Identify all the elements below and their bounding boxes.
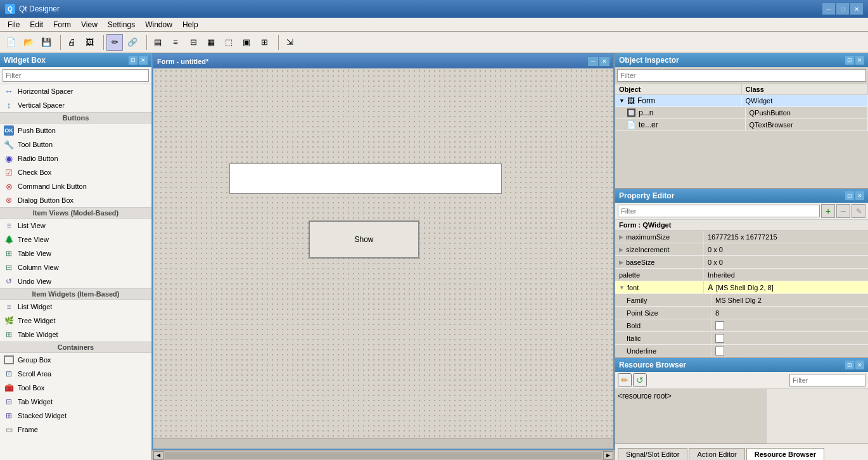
toolbar-print[interactable]: 🖨	[63, 34, 80, 51]
bold-checkbox[interactable]	[715, 321, 724, 330]
toolbar-layout-vsplit[interactable]: ▣	[238, 34, 255, 51]
widget-item-table-widget[interactable]: ⊞ Table Widget	[0, 328, 151, 342]
section-buttons[interactable]: Buttons	[0, 112, 151, 124]
pe-row-pointsize[interactable]: Point Size 8	[615, 307, 868, 319]
hscroll-left-button[interactable]: ◀	[153, 451, 163, 460]
oi-row-pushbutton[interactable]: 🔲 p...n QPushButton	[615, 107, 868, 119]
form-minimize-button[interactable]: ─	[588, 57, 598, 66]
canvas-push-button[interactable]: Show	[309, 220, 419, 259]
toolbar-adjust-size[interactable]: ⇲	[281, 34, 298, 51]
menu-help[interactable]: Help	[177, 19, 203, 30]
pe-filter-input[interactable]	[618, 205, 820, 217]
toolbar-open[interactable]: 📂	[20, 34, 37, 51]
toolbar-new[interactable]: 📄	[3, 34, 19, 51]
widget-item-scroll-area[interactable]: ⊡ Scroll Area	[0, 367, 151, 381]
underline-checkbox[interactable]	[715, 347, 724, 355]
pe-row-underline[interactable]: Underline	[615, 345, 868, 357]
oi-row-textbrowser[interactable]: 📄 te...er QTextBrowser	[615, 119, 868, 131]
widget-item-list-view[interactable]: ≡ List View	[0, 219, 151, 233]
toolbar-layout-form[interactable]: ⊟	[185, 34, 201, 51]
oi-close-button[interactable]: ✕	[855, 56, 864, 65]
maximize-button[interactable]: □	[836, 3, 849, 15]
toolbar-edit-signals[interactable]: 🔗	[124, 34, 141, 51]
widget-item-frame[interactable]: ▭ Frame	[0, 423, 151, 437]
form-canvas[interactable]: Show	[153, 68, 613, 438]
widget-item-radio-button[interactable]: ◉ Radio Button	[0, 151, 151, 165]
rb-toolbar: ✏ ↺	[615, 372, 868, 389]
oi-row-form[interactable]: ▼ 🖼 Form QWidget	[615, 95, 868, 107]
tab-resource-browser[interactable]: Resource Browser	[746, 448, 824, 460]
oi-filter-input[interactable]	[617, 69, 866, 82]
toolbar-save[interactable]: 💾	[38, 34, 54, 51]
rb-filter-input[interactable]	[789, 374, 865, 387]
widget-item-label: Table View	[18, 250, 51, 257]
pe-close-button[interactable]: ✕	[855, 191, 864, 200]
rb-float-button[interactable]: ⊡	[845, 361, 854, 369]
menu-settings[interactable]: Settings	[103, 19, 140, 30]
widget-item-push-button[interactable]: OK Push Button	[0, 124, 151, 137]
widget-item-list-widget[interactable]: ≡ List Widget	[0, 300, 151, 314]
close-button[interactable]: ✕	[850, 3, 863, 15]
widget-item-tool-button[interactable]: 🔧 Tool Button	[0, 137, 151, 151]
toolbar-layout-grid[interactable]: ▦	[203, 34, 219, 51]
canvas-textbrowser[interactable]	[229, 163, 502, 194]
toolbar-preview[interactable]: 🖼	[81, 34, 98, 51]
widget-item-undo-view[interactable]: ↺ Undo View	[0, 274, 151, 288]
widget-item-check-box[interactable]: ☑ Check Box	[0, 165, 151, 179]
widget-item-tree-widget[interactable]: 🌿 Tree Widget	[0, 314, 151, 328]
widget-item-vertical-spacer[interactable]: ↕ Vertical Spacer	[0, 98, 151, 112]
pe-row-sizeincrement[interactable]: ▶ sizeIncrement 0 x 0	[615, 243, 868, 256]
section-item-widgets[interactable]: Item Widgets (Item-Based)	[0, 288, 151, 300]
rb-edit-button[interactable]: ✏	[618, 373, 632, 387]
pe-row-maximumsize[interactable]: ▶ maximumSize 16777215 x 16777215	[615, 231, 868, 243]
widget-item-stacked-widget[interactable]: ⊞ Stacked Widget	[0, 409, 151, 423]
widget-box-close[interactable]: ✕	[139, 56, 148, 65]
pe-float-button[interactable]: ⊡	[845, 191, 854, 200]
property-editor: Property Editor ⊡ ✕ + ─ ✎ Form : QWidget…	[615, 189, 868, 358]
hscroll-right-button[interactable]: ▶	[603, 451, 613, 460]
rb-refresh-button[interactable]: ↺	[633, 373, 647, 387]
widget-item-horizontal-spacer[interactable]: ↔ Horizontal Spacer	[0, 84, 151, 98]
toolbar-edit-widget[interactable]: ✏	[106, 34, 123, 51]
widget-item-dialog-button-box[interactable]: ⊗ Dialog Button Box	[0, 193, 151, 207]
menu-edit[interactable]: Edit	[25, 19, 48, 30]
widget-item-command-link-button[interactable]: ⊗ Command Link Button	[0, 179, 151, 193]
pe-row-basesize[interactable]: ▶ baseSize 0 x 0	[615, 256, 868, 269]
toolbar-layout-v[interactable]: ≡	[167, 34, 184, 51]
pe-row-family[interactable]: Family MS Shell Dlg 2	[615, 294, 868, 307]
rb-close-button[interactable]: ✕	[855, 361, 864, 369]
widget-item-tree-view[interactable]: 🌲 Tree View	[0, 233, 151, 246]
pe-configure-button[interactable]: ✎	[852, 204, 865, 218]
menu-form[interactable]: Form	[48, 19, 76, 30]
section-containers[interactable]: Containers	[0, 342, 151, 353]
toolbar-layout-h[interactable]: ▤	[150, 34, 166, 51]
oi-float-button[interactable]: ⊡	[845, 56, 854, 65]
widget-item-tool-box[interactable]: 🧰 Tool Box	[0, 381, 151, 395]
pe-row-font[interactable]: ▼ font A [MS Shell Dlg 2, 8]	[615, 281, 868, 294]
minimize-button[interactable]: ─	[822, 3, 835, 15]
pe-row-bold[interactable]: Bold	[615, 319, 868, 332]
italic-checkbox[interactable]	[715, 334, 724, 343]
toolbar-break-layout[interactable]: ⊞	[256, 34, 272, 51]
section-item-views[interactable]: Item Views (Model-Based)	[0, 207, 151, 219]
menu-file[interactable]: File	[3, 19, 25, 30]
widget-item-tab-widget[interactable]: ⊟ Tab Widget	[0, 395, 151, 409]
menu-view[interactable]: View	[76, 19, 103, 30]
tab-action-editor[interactable]: Action Editor	[689, 448, 744, 460]
hscroll-track[interactable]	[165, 452, 602, 459]
tab-signal-slot-editor[interactable]: Signal/Slot Editor	[618, 448, 687, 460]
menu-window[interactable]: Window	[140, 19, 177, 30]
widget-item-group-box[interactable]: Group Box	[0, 353, 151, 367]
form-close-button[interactable]: ✕	[599, 57, 610, 66]
widget-item-table-view[interactable]: ⊞ Table View	[0, 246, 151, 260]
pe-row-palette[interactable]: palette Inherited	[615, 269, 868, 281]
widget-box-filter-input[interactable]	[3, 69, 149, 82]
pe-add-property-button[interactable]: +	[821, 204, 835, 218]
toolbar-layout-hsplit[interactable]: ⬚	[220, 34, 237, 51]
widget-item-column-view[interactable]: ⊟ Column View	[0, 260, 151, 274]
pe-row-italic[interactable]: Italic	[615, 332, 868, 345]
widget-box-float[interactable]: ⊡	[129, 56, 137, 65]
rb-tree[interactable]: <resource root>	[615, 389, 767, 444]
expand-arrow-form: ▼	[619, 98, 625, 104]
pe-remove-property-button[interactable]: ─	[836, 204, 850, 218]
